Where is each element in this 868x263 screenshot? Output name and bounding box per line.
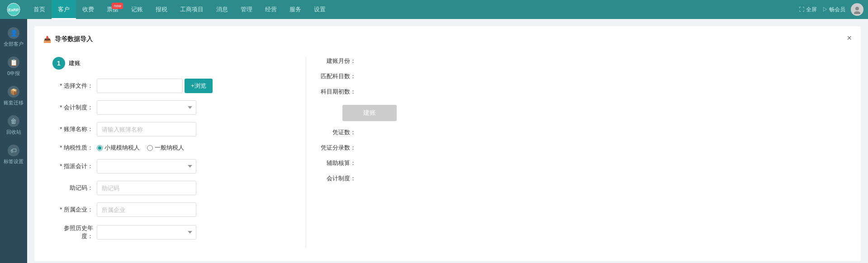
app-logo: EaRP (5, 0, 23, 19)
nav-service[interactable]: 服务 (283, 0, 308, 19)
month-row: 建账月份： (315, 57, 843, 65)
accountant-label: * 指派会计： (52, 162, 93, 170)
sidebar-item-label: 全部客户 (4, 41, 24, 47)
tax-row: * 纳税性质： 小规模纳税人 一般纳税人 (52, 144, 288, 152)
nav-bookkeeping[interactable]: 记账 (125, 0, 149, 19)
accounting-select[interactable] (97, 100, 196, 115)
nav-settings[interactable]: 设置 (308, 0, 332, 19)
match-label: 匹配科目数： (315, 72, 356, 80)
sidebar-item-account-migration[interactable]: 📦 账套迁移 (1, 82, 26, 110)
match-row: 匹配科目数： (315, 72, 843, 80)
small-taxpayer-radio[interactable] (97, 145, 103, 151)
voucher-label: 凭证数： (315, 128, 356, 136)
auxiliary-label: 辅助核算： (315, 159, 356, 167)
sidebar-item-all-customers[interactable]: 👤 全部客户 (1, 23, 26, 51)
form-right: 建账月份： 匹配科目数： 科目期初数： 建账 凭证数： (306, 57, 843, 248)
memo-row: 助记码： (52, 181, 288, 195)
month-label: 建账月份： (315, 57, 356, 65)
year-label: 参照历史年度： (52, 224, 93, 240)
member-btn[interactable]: ▷ 畅会员 (822, 6, 845, 14)
company-input[interactable] (97, 202, 196, 217)
main-content: 📥 导爷数据导入 × 1 建账 * 选择文件： +浏览 (27, 19, 868, 263)
svg-text:EaRP: EaRP (8, 8, 19, 12)
nav-home[interactable]: 首页 (27, 0, 52, 19)
sidebar-item-zero-declare[interactable]: 📋 0申报 (1, 53, 26, 80)
accounting-system-label: 会计制度： (315, 174, 356, 183)
all-customers-icon: 👤 (8, 27, 19, 39)
initial-label: 科目期初数： (315, 88, 356, 96)
step-header: 1 建账 (52, 57, 288, 70)
svg-point-2 (855, 7, 859, 10)
nav-customers[interactable]: 客户 (52, 0, 76, 19)
form-container: 1 建账 * 选择文件： +浏览 * 会计制度： (43, 52, 852, 252)
file-label: * 选择文件： (52, 82, 93, 90)
ledger-label: * 账簿名称： (52, 125, 93, 133)
company-row: * 所属企业： (52, 202, 288, 217)
new-badge: new (112, 3, 123, 9)
memo-label: 助记码： (52, 184, 93, 192)
auxiliary-row: 辅助核算： (315, 159, 843, 167)
close-button[interactable]: × (847, 33, 852, 43)
accountant-select[interactable] (97, 159, 196, 174)
year-row: 参照历史年度： (52, 224, 288, 240)
tag-icon: 🏷 (8, 145, 19, 156)
memo-input[interactable] (97, 181, 196, 195)
ledger-row: * 账簿名称： (52, 122, 288, 136)
nav-admin[interactable]: 管理 (234, 0, 259, 19)
general-taxpayer-option[interactable]: 一般纳税人 (147, 144, 184, 152)
small-taxpayer-option[interactable]: 小规模纳税人 (97, 144, 140, 152)
nav-tax[interactable]: 报税 (149, 0, 174, 19)
general-taxpayer-label: 一般纳税人 (155, 144, 184, 152)
tax-label: * 纳税性质： (52, 144, 93, 152)
voucher-row: 凭证数： (315, 128, 843, 136)
nav-message[interactable]: 消息 (210, 0, 234, 19)
svg-point-3 (854, 11, 860, 14)
sidebar-item-label: 回收站 (6, 129, 21, 136)
nav-right-area: ⛶ 全屏 ▷ 畅会员 (799, 3, 863, 16)
sidebar: 👤 全部客户 📋 0申报 📦 账套迁移 🗑 回收站 🏷 标签设置 (0, 19, 27, 263)
sidebar-item-tag-settings[interactable]: 🏷 标签设置 (1, 141, 26, 169)
voucher-entries-row: 凭证分录数： (315, 144, 843, 152)
fullscreen-btn[interactable]: ⛶ 全屏 (799, 6, 816, 14)
accounting-system-row: 会计制度： (315, 174, 843, 183)
sidebar-item-label: 0申报 (7, 70, 20, 77)
top-nav: EaRP 首页 客户 收费 票据 new 记账 报税 工商项目 消息 管理 经营… (0, 0, 868, 19)
tax-radio-group: 小规模纳税人 一般纳税人 (97, 144, 184, 152)
build-account-button[interactable]: 建账 (342, 105, 397, 121)
accounting-label: * 会计制度： (52, 103, 93, 112)
initial-row: 科目期初数： (315, 88, 843, 96)
accounting-row: * 会计制度： (52, 100, 288, 115)
import-icon: 📥 (43, 36, 51, 43)
small-taxpayer-label: 小规模纳税人 (104, 144, 140, 152)
browse-button[interactable]: +浏览 (185, 79, 213, 93)
page-header: 📥 导爷数据导入 (43, 35, 852, 43)
voucher-entries-label: 凭证分录数： (315, 144, 356, 152)
year-select[interactable] (97, 225, 196, 240)
ledger-input[interactable] (97, 122, 196, 136)
nav-tickets[interactable]: 票据 new (100, 0, 125, 19)
company-label: * 所属企业： (52, 206, 93, 214)
file-input[interactable] (97, 79, 183, 93)
nav-operations[interactable]: 经营 (259, 0, 283, 19)
account-migration-icon: 📦 (8, 86, 19, 98)
sidebar-item-label: 标签设置 (4, 158, 24, 165)
nav-billing[interactable]: 收费 (76, 0, 100, 19)
step-label: 建账 (69, 59, 81, 67)
zero-declare-icon: 📋 (8, 56, 19, 68)
nav-business[interactable]: 工商项目 (174, 0, 210, 19)
build-btn-container: 建账 (342, 105, 843, 121)
page-title: 导爷数据导入 (55, 35, 93, 43)
form-left: 1 建账 * 选择文件： +浏览 * 会计制度： (52, 57, 288, 248)
sidebar-item-label: 账套迁移 (4, 99, 24, 106)
step-badge: 1 (52, 57, 65, 70)
user-avatar[interactable] (851, 3, 863, 16)
page-card: 📥 导爷数据导入 × 1 建账 * 选择文件： +浏览 (34, 26, 861, 261)
sidebar-item-recycle[interactable]: 🗑 回收站 (1, 112, 26, 139)
file-input-group: +浏览 (97, 79, 196, 93)
file-row: * 选择文件： +浏览 (52, 79, 288, 93)
accountant-row: * 指派会计： (52, 159, 288, 174)
general-taxpayer-radio[interactable] (147, 145, 153, 151)
recycle-icon: 🗑 (8, 115, 19, 127)
